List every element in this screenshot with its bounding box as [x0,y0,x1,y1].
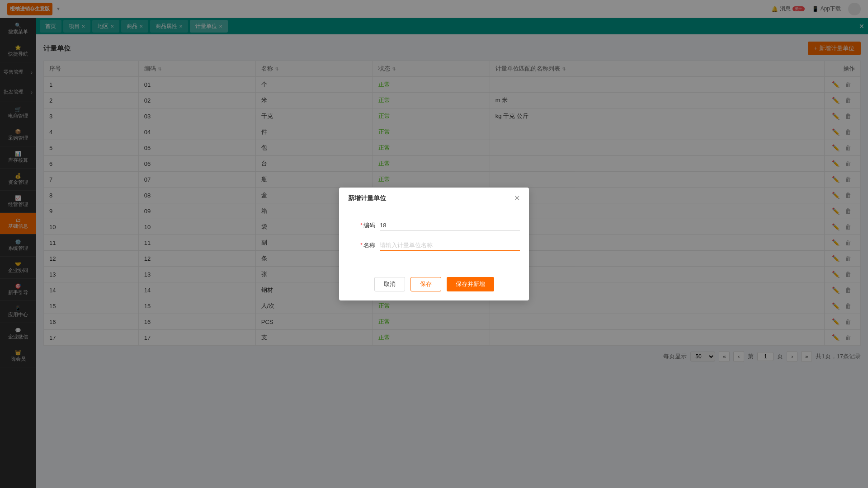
modal-title: 新增计量单位 [348,194,386,202]
modal-overlay: 新增计量单位 ✕ *编码 *名称 取消 保存 保存并新增 [0,0,868,488]
modal-header: 新增计量单位 ✕ [339,188,529,209]
save-button[interactable]: 保存 [410,277,441,291]
save-and-new-button[interactable]: 保存并新增 [447,277,494,291]
cancel-button[interactable]: 取消 [374,277,405,291]
form-row-name: *名称 [348,240,520,251]
modal-close-button[interactable]: ✕ [514,194,520,202]
code-label: *编码 [348,221,375,230]
code-input[interactable] [380,220,520,231]
name-label: *名称 [348,241,375,249]
required-star-name: * [360,242,363,249]
add-unit-modal: 新增计量单位 ✕ *编码 *名称 取消 保存 保存并新增 [339,188,529,300]
modal-body: *编码 *名称 [339,209,529,271]
required-star-code: * [360,222,363,229]
form-row-code: *编码 [348,220,520,231]
modal-footer: 取消 保存 保存并新增 [339,271,529,300]
name-input[interactable] [380,240,520,251]
